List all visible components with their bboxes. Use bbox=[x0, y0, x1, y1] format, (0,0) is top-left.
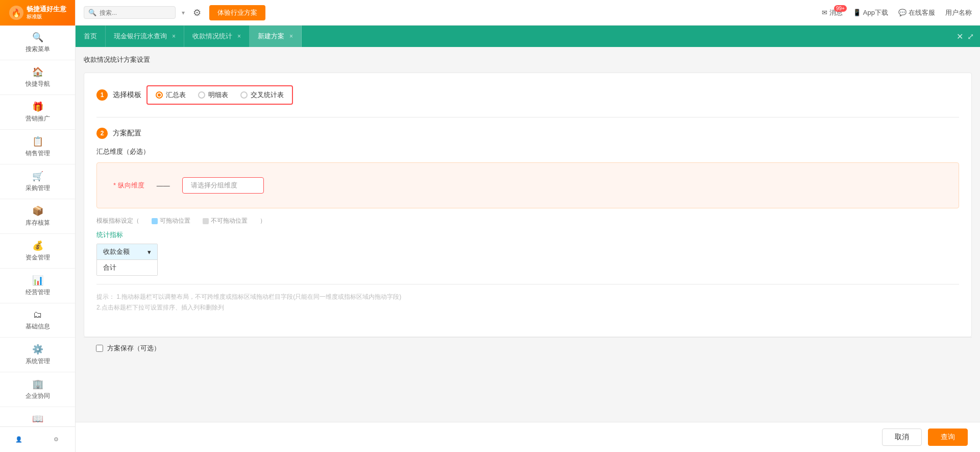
trial-button[interactable]: 体验行业方案 bbox=[209, 5, 265, 20]
divider-1 bbox=[96, 117, 959, 117]
service-label: 在线客服 bbox=[909, 8, 935, 17]
step1-section: 1 选择模板 汇总表 明细表 交 bbox=[96, 85, 959, 105]
topbar: 🔍 ▾ ⚙ 体验行业方案 ✉ 消息 99+ 📱 App下载 💬 在线客服 用户名… bbox=[76, 0, 980, 26]
logo-icon: 🔥 bbox=[9, 6, 23, 20]
tab-bank-flow-close[interactable]: × bbox=[172, 33, 176, 40]
dimension-box: * 纵向维度 —— 请选择分组维度 bbox=[96, 162, 959, 208]
sidebar-item-label: 销售管理 bbox=[26, 149, 50, 158]
metrics-table: 收款金额 ▾ 合计 bbox=[96, 244, 158, 276]
notification-item[interactable]: ✉ 消息 99+ bbox=[822, 8, 843, 17]
step1-header: 1 选择模板 汇总表 明细表 交 bbox=[96, 85, 959, 105]
radio-cross-circle bbox=[240, 91, 248, 99]
metrics-col-label: 收款金额 bbox=[103, 247, 130, 256]
metrics-title-suffix: ） bbox=[260, 217, 266, 225]
radio-cross[interactable]: 交叉统计表 bbox=[240, 90, 284, 100]
search-icon: 🔍 bbox=[88, 9, 96, 16]
folder-icon: 🗂 bbox=[33, 310, 42, 320]
user-info[interactable]: 用户名称 bbox=[945, 8, 972, 17]
box-icon: 📦 bbox=[32, 205, 43, 217]
dimension-label: 汇总维度（必选） bbox=[96, 147, 959, 156]
sidebar-item-nav[interactable]: 🏠 快捷导航 bbox=[0, 60, 75, 95]
sidebar-item-marketing[interactable]: 🎁 营销推广 bbox=[0, 95, 75, 130]
sidebar-bottom: 👤 ⚙ bbox=[0, 426, 75, 452]
step1-title: 选择模板 bbox=[113, 90, 141, 100]
app-name: 畅捷通好生意 bbox=[27, 5, 66, 13]
step2-header: 2 方案配置 bbox=[96, 128, 959, 139]
tab-bank-flow[interactable]: 现金银行流水查询 × bbox=[106, 26, 184, 47]
step2-title: 方案配置 bbox=[113, 129, 141, 138]
save-label: 方案保存（可选） bbox=[107, 344, 160, 353]
radio-cross-label: 交叉统计表 bbox=[251, 90, 284, 100]
tab-home[interactable]: 首页 bbox=[76, 26, 106, 47]
metrics-table-header[interactable]: 收款金额 ▾ bbox=[97, 244, 157, 260]
tab-receipt-stats-label: 收款情况统计 bbox=[192, 32, 232, 41]
metrics-legend: 模板指标设定（ 可拖动位置 不可拖动位置 ） bbox=[96, 217, 959, 225]
sidebar-item-label: 系统管理 bbox=[26, 357, 50, 366]
maximize-icon[interactable]: ⤢ bbox=[967, 32, 974, 41]
sidebar-item-management[interactable]: 📊 经营管理 bbox=[0, 269, 75, 303]
sidebar-item-label: 搜索菜单 bbox=[26, 45, 50, 54]
download-item[interactable]: 📱 App下载 bbox=[853, 8, 888, 17]
save-checkbox[interactable] bbox=[96, 345, 103, 352]
tab-new-plan-close[interactable]: × bbox=[289, 33, 293, 40]
sidebar-item-enterprise[interactable]: 🏢 企业协同 bbox=[0, 372, 75, 407]
movable-badge: 可拖动位置 bbox=[152, 217, 190, 225]
query-button[interactable]: 查询 bbox=[928, 429, 968, 446]
gear-icon: ⚙️ bbox=[32, 344, 43, 355]
sidebar-item-system[interactable]: ⚙️ 系统管理 bbox=[0, 338, 75, 372]
sidebar-bottom-icon-right: ⚙ bbox=[54, 436, 59, 443]
download-label: App下载 bbox=[863, 8, 888, 17]
search-input[interactable] bbox=[100, 9, 161, 16]
template-radio-group: 汇总表 明细表 交叉统计表 bbox=[146, 85, 293, 105]
service-icon: 💬 bbox=[898, 9, 906, 16]
sidebar-bottom-right[interactable]: ⚙ bbox=[38, 427, 76, 452]
gift-icon: 🎁 bbox=[32, 101, 43, 112]
sidebar-bottom-left[interactable]: 👤 bbox=[0, 427, 38, 452]
sidebar-item-label: 企业协同 bbox=[26, 392, 50, 400]
main-area: 🔍 ▾ ⚙ 体验行业方案 ✉ 消息 99+ 📱 App下载 💬 在线客服 用户名… bbox=[76, 0, 980, 452]
step2-section: 2 方案配置 汇总维度（必选） * 纵向维度 —— 请选择分组维度 bbox=[96, 128, 959, 312]
sidebar-item-search[interactable]: 🔍 搜索菜单 bbox=[0, 26, 75, 60]
topbar-right: ✉ 消息 99+ 📱 App下载 💬 在线客服 用户名称 bbox=[822, 8, 972, 17]
step1-badge: 1 bbox=[96, 89, 108, 101]
radio-detail-circle bbox=[198, 91, 205, 99]
service-item[interactable]: 💬 在线客服 bbox=[898, 8, 935, 17]
fixed-badge: 不可拖动位置 bbox=[203, 217, 248, 225]
sidebar-item-inventory[interactable]: 📦 库存核算 bbox=[0, 199, 75, 234]
close-window-icon[interactable]: ✕ bbox=[957, 32, 963, 41]
footer-save-section: 方案保存（可选） bbox=[84, 337, 972, 359]
sidebar-item-basic[interactable]: 🗂 基础信息 bbox=[0, 303, 75, 338]
hint-item-2: 2.点击标题栏下拉可设置排序、插入列和删除列 bbox=[96, 303, 959, 312]
dim-select-dropdown[interactable]: 请选择分组维度 bbox=[182, 177, 264, 194]
dimension-row: * 纵向维度 —— 请选择分组维度 bbox=[113, 177, 264, 194]
metrics-section: 模板指标设定（ 可拖动位置 不可拖动位置 ） 统计指标 收款金额 ▾ 合计 bbox=[96, 217, 959, 276]
radio-detail-label: 明细表 bbox=[208, 90, 228, 100]
tabbar: 首页 现金银行流水查询 × 收款情况统计 × 新建方案 × ✕ ⤢ bbox=[76, 26, 980, 47]
sidebar-item-finance[interactable]: 💰 资金管理 bbox=[0, 234, 75, 269]
settings-icon[interactable]: ⚙ bbox=[193, 7, 201, 18]
search-box[interactable]: 🔍 bbox=[84, 6, 176, 19]
book-icon: 📖 bbox=[32, 413, 43, 424]
hint-section: 提示： 1.拖动标题栏可以调整布局，不可跨维度或指标区域拖动栏目字段(只能在同一… bbox=[96, 284, 959, 312]
radio-summary[interactable]: 汇总表 bbox=[156, 90, 186, 100]
hint-item-1: 提示： 1.拖动标题栏可以调整布局，不可跨维度或指标区域拖动栏目字段(只能在同一… bbox=[96, 293, 959, 301]
cancel-button[interactable]: 取消 bbox=[882, 429, 922, 446]
sidebar-item-purchase[interactable]: 🛒 采购管理 bbox=[0, 164, 75, 199]
tab-receipt-stats[interactable]: 收款情况统计 × bbox=[184, 26, 250, 47]
building-icon: 🏢 bbox=[32, 378, 43, 390]
movable-color-badge bbox=[152, 218, 158, 224]
metrics-table-cell: 合计 bbox=[97, 260, 157, 275]
chevron-down-icon[interactable]: ▾ bbox=[182, 9, 185, 16]
sidebar-item-guide[interactable]: 📖 新手引导 bbox=[0, 407, 75, 426]
sidebar-bottom-icon-left: 👤 bbox=[15, 436, 22, 443]
tab-new-plan[interactable]: 新建方案 × bbox=[250, 26, 302, 47]
tabbar-actions: ✕ ⤢ bbox=[950, 26, 980, 47]
chart-icon: 📊 bbox=[32, 275, 43, 286]
main-card: 1 选择模板 汇总表 明细表 交 bbox=[84, 73, 972, 337]
sidebar-item-sales[interactable]: 📋 销售管理 bbox=[0, 130, 75, 164]
message-icon: ✉ bbox=[822, 9, 827, 16]
metrics-table-title: 统计指标 bbox=[96, 230, 959, 240]
tab-receipt-stats-close[interactable]: × bbox=[237, 33, 241, 40]
sidebar-item-label: 经营管理 bbox=[26, 288, 50, 297]
radio-detail[interactable]: 明细表 bbox=[198, 90, 228, 100]
